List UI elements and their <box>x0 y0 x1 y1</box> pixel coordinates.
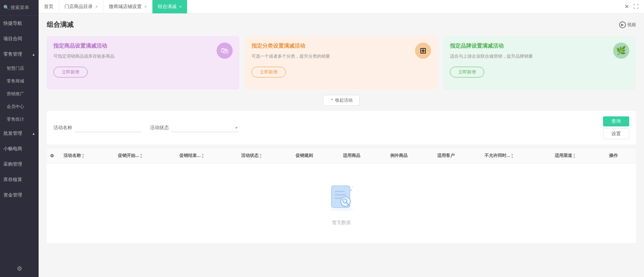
sidebar-item-inventory[interactable]: 库存核算 <box>0 172 39 187</box>
th-label-promo-rule: 促销规则 <box>295 153 313 158</box>
sort-icon-promo-start: ▲▼ <box>140 153 143 159</box>
sidebar-item-retail-stats[interactable]: 零售统计 <box>0 113 39 126</box>
svg-rect-3 <box>335 191 345 192</box>
sidebar-item-retail-mall[interactable]: 零售商城 <box>0 75 39 88</box>
tab-close-mini-store-settings[interactable]: × <box>144 4 147 9</box>
th-label-activity-name: 活动名称 <box>63 153 81 158</box>
card-btn-brand-card[interactable]: 立即新增 <box>450 67 484 77</box>
video-label: 视频 <box>627 22 636 28</box>
th-applicable-customer: 适用客户 <box>434 149 481 163</box>
activity-status-select-wrap: 进行中 已结束 未开始 ▾ <box>172 124 239 132</box>
sidebar: 🔍 搜索菜单 快捷导航项目合同零售管理智慧门店零售商城营销推广会员中心零售统计批… <box>0 0 39 277</box>
empty-illustration <box>325 181 358 214</box>
th-label-applicable-channel: 适用渠道 <box>555 153 572 158</box>
card-title-brand-card: 指定品牌设置满减活动 <box>450 43 629 50</box>
collapse-arrow-icon: ⌃ <box>330 98 334 103</box>
activity-name-label: 活动名称 <box>53 125 72 131</box>
th-label-applicable-goods: 适用商品 <box>343 153 360 158</box>
card-desc-category-card: 可选一个或者多个分类，提升分类的销量 <box>251 53 431 60</box>
main-area: 首页门店商品目录×微商城店铺设置×组合满减× ✕ ⛶ 组合满减 ▶ 视频 指定商… <box>39 0 644 277</box>
card-icon-brand-card: 🌿 <box>613 43 629 59</box>
tab-home[interactable]: 首页 <box>39 0 59 13</box>
sidebar-item-member-center[interactable]: 会员中心 <box>0 100 39 113</box>
card-icon-category-card: ⊞ <box>415 43 431 59</box>
th-activity-status[interactable]: 活动状态▲▼ <box>238 149 292 163</box>
sidebar-item-wholesale[interactable]: 批发管理 <box>0 126 39 141</box>
play-icon: ▶ <box>619 21 626 28</box>
th-exception-goods: 例外商品 <box>387 149 434 163</box>
th-label-operation: 操作 <box>609 153 618 158</box>
collapse-label: 收起活动 <box>335 97 353 103</box>
card-btn-product-card[interactable]: 立即新增 <box>53 67 88 77</box>
tab-close-combo-discount[interactable]: × <box>179 4 182 9</box>
activity-name-input[interactable] <box>75 124 142 132</box>
filter-row: 活动名称 活动状态 进行中 已结束 未开始 ▾ 查询 设置 <box>47 111 636 145</box>
collapse-button[interactable]: ⌃ 收起活动 <box>323 95 360 106</box>
sort-icon-promo-end: ▲▼ <box>201 153 204 159</box>
sort-icon-activity-name: ▲▼ <box>82 153 85 159</box>
table-gear-icon[interactable]: ⚙ <box>50 153 54 158</box>
empty-text: 暂无数据 <box>332 220 351 226</box>
th-not-allow-same[interactable]: 不允许同时...▲▼ <box>481 149 551 163</box>
sidebar-item-quick-nav[interactable]: 快捷导航 <box>0 16 39 31</box>
card-desc-product-card: 可指定滞销商品或库存较多商品 <box>53 53 233 60</box>
card-desc-brand-card: 适合与上游企业联合做营销，提升品牌销量 <box>450 53 629 60</box>
sidebar-search-label: 搜索菜单 <box>10 5 29 10</box>
th-applicable-goods: 适用商品 <box>339 149 387 163</box>
filter-activity-status: 活动状态 进行中 已结束 未开始 ▾ <box>150 124 239 132</box>
sidebar-item-project-contract[interactable]: 项目合同 <box>0 31 39 47</box>
tab-label-store-catalog: 门店商品目录 <box>64 4 93 10</box>
content-area: 组合满减 ▶ 视频 指定商品设置满减活动 🛍 可指定滞销商品或库存较多商品 立即… <box>39 13 644 277</box>
th-label-promo-end: 促销结束... <box>179 153 200 158</box>
activity-cards-row: 指定商品设置满减活动 🛍 可指定滞销商品或库存较多商品 立即新增 指定分类设置满… <box>47 36 636 90</box>
th-label-promo-start: 促销开始... <box>118 153 139 158</box>
sidebar-item-finance[interactable]: 资金管理 <box>0 187 39 203</box>
tabbar-controls: ✕ ⛶ <box>622 2 644 11</box>
th-promo-end[interactable]: 促销结束...▲▼ <box>176 149 237 163</box>
sidebar-search[interactable]: 🔍 搜索菜单 <box>0 0 39 16</box>
svg-rect-4 <box>335 194 347 196</box>
activity-status-label: 活动状态 <box>150 125 169 131</box>
page-header: 组合满减 ▶ 视频 <box>47 20 636 29</box>
sidebar-item-purchase[interactable]: 采购管理 <box>0 157 39 172</box>
tab-close-store-catalog[interactable]: × <box>95 4 98 9</box>
card-title-category-card: 指定分类设置满减活动 <box>251 43 431 50</box>
card-category-card: 指定分类设置满减活动 ⊞ 可选一个或者多个分类，提升分类的销量 立即新增 <box>245 36 438 90</box>
setting-button[interactable]: 设置 <box>603 128 629 139</box>
th-operation: 操作 <box>606 149 636 163</box>
tab-mini-store-settings[interactable]: 微商城店铺设置× <box>103 0 152 13</box>
close-window-button[interactable]: ✕ <box>622 2 631 11</box>
th-applicable-channel[interactable]: 适用渠道▲▼ <box>551 149 606 163</box>
th-label-activity-status: 活动状态 <box>241 153 259 158</box>
collapse-bar: ⌃ 收起活动 <box>47 95 636 106</box>
page-title: 组合满减 <box>47 20 74 29</box>
empty-row: 暂无数据 <box>47 163 636 243</box>
sidebar-item-marketing[interactable]: 营销推广 <box>0 88 39 100</box>
tab-combo-discount[interactable]: 组合满减× <box>152 0 187 13</box>
th-activity-name[interactable]: 活动名称▲▼ <box>60 149 114 163</box>
th-gear: ⚙ <box>47 149 60 163</box>
activity-status-select[interactable]: 进行中 已结束 未开始 <box>172 124 239 132</box>
svg-point-0 <box>330 207 353 211</box>
card-brand-card: 指定品牌设置满减活动 🌿 适合与上游企业联合做营销，提升品牌销量 立即新增 <box>443 36 636 90</box>
sort-icon-activity-status: ▲▼ <box>259 153 262 159</box>
tab-label-combo-discount: 组合满减 <box>158 4 177 10</box>
gear-icon: ⚙ <box>17 265 22 272</box>
th-label-applicable-customer: 适用客户 <box>437 153 455 158</box>
th-promo-start[interactable]: 促销开始...▲▼ <box>114 149 176 163</box>
maximize-window-button[interactable]: ⛶ <box>631 2 641 11</box>
sort-icon-not-allow-same: ▲▼ <box>511 153 514 159</box>
tab-store-catalog[interactable]: 门店商品目录× <box>59 0 103 13</box>
query-button[interactable]: 查询 <box>603 116 629 126</box>
search-icon: 🔍 <box>3 5 9 10</box>
svg-point-10 <box>350 189 352 191</box>
card-product-card: 指定商品设置满减活动 🛍 可指定滞销商品或库存较多商品 立即新增 <box>47 36 239 90</box>
video-button[interactable]: ▶ 视频 <box>619 21 636 28</box>
sidebar-item-smart-store[interactable]: 智慧门店 <box>0 62 39 75</box>
sidebar-item-ecommerce[interactable]: 小畅电商 <box>0 141 39 157</box>
filter-activity-name: 活动名称 <box>53 124 142 132</box>
card-btn-category-card[interactable]: 立即新增 <box>251 67 286 77</box>
th-promo-rule: 促销规则 <box>292 149 339 163</box>
sidebar-gear-button[interactable]: ⚙ <box>0 260 39 277</box>
sidebar-item-retail-management[interactable]: 零售管理 <box>0 47 39 62</box>
